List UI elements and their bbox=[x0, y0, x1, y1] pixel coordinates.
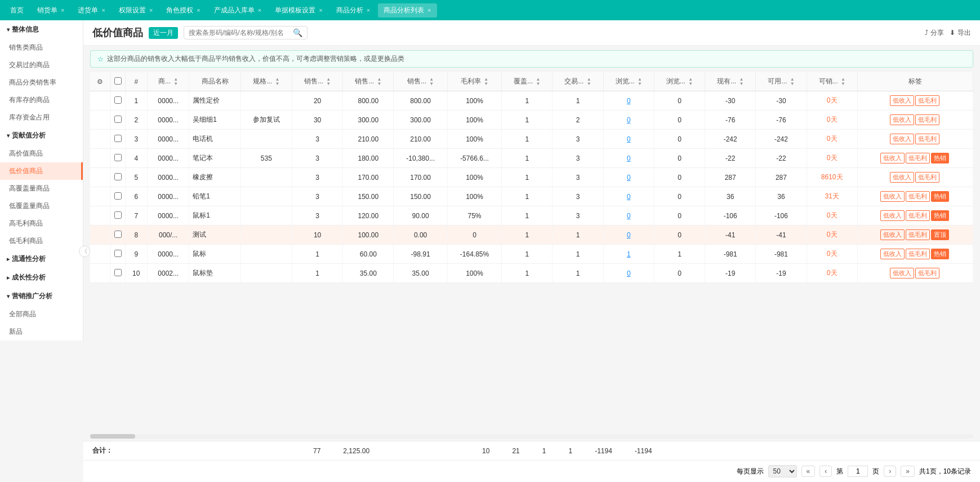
browse1-link[interactable]: 0 bbox=[627, 154, 631, 162]
sidebar-item-stock-capital[interactable]: 库存资金占用 bbox=[0, 109, 83, 126]
nav-production[interactable]: 产成品入库单 × bbox=[208, 3, 267, 17]
nav-close-product-analysis[interactable]: × bbox=[367, 7, 370, 14]
th-checkbox[interactable] bbox=[110, 72, 125, 91]
browse1-link[interactable]: 0 bbox=[627, 116, 631, 124]
row-checkbox[interactable] bbox=[114, 250, 122, 257]
sidebar-section-growth[interactable]: ▸ 成长性分析 bbox=[0, 268, 83, 287]
row-checkbox[interactable] bbox=[114, 173, 122, 180]
search-input[interactable] bbox=[189, 29, 291, 37]
row-checkbox[interactable] bbox=[114, 231, 122, 238]
row-checkbox[interactable] bbox=[114, 192, 122, 200]
date-badge[interactable]: 近一月 bbox=[149, 27, 178, 39]
th-browse1[interactable]: 浏览... ▲▼ bbox=[603, 72, 654, 91]
sidebar-item-low-margin[interactable]: 低毛利商品 bbox=[0, 232, 83, 250]
th-browse2[interactable]: 浏览... ▲▼ bbox=[654, 72, 705, 91]
th-qty[interactable]: 销售... ▲▼ bbox=[292, 72, 342, 91]
nav-product-analysis-list[interactable]: 商品分析列表 × bbox=[378, 3, 436, 17]
nav-close-product-analysis-list[interactable]: × bbox=[427, 7, 431, 14]
th-stock[interactable]: 现有... ▲▼ bbox=[705, 72, 756, 91]
browse1-link[interactable]: 0 bbox=[627, 193, 631, 201]
search-box[interactable]: 🔍 bbox=[184, 26, 308, 39]
row-checkbox[interactable] bbox=[114, 269, 122, 276]
cell-browse1[interactable]: 0 bbox=[603, 206, 654, 225]
sidebar-item-high-coverage[interactable]: 高覆盖量商品 bbox=[0, 180, 83, 197]
cell-browse1[interactable]: 0 bbox=[603, 187, 654, 206]
nav-permissions[interactable]: 权限设置 × bbox=[113, 3, 158, 17]
th-spec[interactable]: 规格... ▲▼ bbox=[240, 72, 292, 91]
th-avail[interactable]: 可用... ▲▼ bbox=[756, 72, 807, 91]
nav-home[interactable]: 首页 bbox=[5, 3, 29, 17]
browse1-link[interactable]: 0 bbox=[627, 97, 631, 105]
cell-checkbox[interactable] bbox=[110, 149, 125, 168]
cell-browse1[interactable]: 0 bbox=[603, 110, 654, 130]
cell-checkbox[interactable] bbox=[110, 91, 125, 110]
row-checkbox[interactable] bbox=[114, 135, 122, 142]
sidebar-section-liquidity[interactable]: ▸ 流通性分析 bbox=[0, 250, 83, 268]
th-sales2[interactable]: 销售... ▲▼ bbox=[394, 72, 447, 91]
cell-checkbox[interactable] bbox=[110, 130, 125, 149]
sidebar-item-low-coverage[interactable]: 低覆盖量商品 bbox=[0, 197, 83, 215]
sidebar-item-sales-products[interactable]: 销售类商品 bbox=[0, 39, 83, 56]
first-page-button[interactable]: « bbox=[801, 466, 816, 477]
cell-checkbox[interactable] bbox=[110, 110, 125, 130]
cell-browse1[interactable]: 0 bbox=[603, 168, 654, 187]
nav-roles[interactable]: 角色授权 × bbox=[161, 3, 206, 17]
select-all-checkbox[interactable] bbox=[114, 77, 122, 85]
sidebar-item-stock-products[interactable]: 有库存的商品 bbox=[0, 91, 83, 109]
page-size-select[interactable]: 50 100 200 bbox=[768, 465, 797, 477]
sidebar-item-traded-products[interactable]: 交易过的商品 bbox=[0, 56, 83, 74]
th-settings[interactable]: ⚙ bbox=[90, 72, 110, 91]
th-margin[interactable]: 毛利率 ▲▼ bbox=[447, 72, 501, 91]
cell-browse1[interactable]: 1 bbox=[603, 245, 654, 264]
th-code[interactable]: 商... ▲▼ bbox=[147, 72, 189, 91]
cell-checkbox[interactable] bbox=[110, 168, 125, 187]
browse1-link[interactable]: 0 bbox=[627, 231, 631, 239]
sidebar-item-new-products[interactable]: 新品 bbox=[0, 323, 83, 341]
export-button[interactable]: ⬇ 导出 bbox=[950, 28, 971, 38]
browse1-link[interactable]: 0 bbox=[627, 135, 631, 143]
row-checkbox[interactable] bbox=[114, 211, 122, 219]
cell-browse1[interactable]: 0 bbox=[603, 91, 654, 110]
last-page-button[interactable]: » bbox=[901, 466, 915, 477]
nav-close-permissions[interactable]: × bbox=[149, 7, 153, 14]
share-button[interactable]: ⤴ 分享 bbox=[925, 28, 944, 38]
cell-browse1[interactable]: 0 bbox=[603, 130, 654, 149]
scrollbar-thumb[interactable] bbox=[90, 434, 135, 439]
browse1-link[interactable]: 0 bbox=[627, 269, 631, 277]
cell-browse1[interactable]: 0 bbox=[603, 149, 654, 168]
nav-template[interactable]: 单据模板设置 × bbox=[269, 3, 328, 17]
page-number-input[interactable] bbox=[848, 466, 868, 477]
row-checkbox[interactable] bbox=[114, 96, 122, 104]
sidebar-item-high-margin[interactable]: 高毛利商品 bbox=[0, 215, 83, 232]
nav-close-purchase[interactable]: × bbox=[101, 7, 105, 14]
row-checkbox[interactable] bbox=[114, 154, 122, 161]
row-checkbox[interactable] bbox=[114, 116, 122, 123]
th-cover[interactable]: 覆盖... ▲▼ bbox=[502, 72, 553, 91]
cell-browse1[interactable]: 0 bbox=[603, 264, 654, 283]
prev-page-button[interactable]: ‹ bbox=[819, 466, 832, 477]
sidebar-section-marketing[interactable]: ▾ 营销推广分析 bbox=[0, 287, 83, 306]
th-trade[interactable]: 交易... ▲▼ bbox=[553, 72, 603, 91]
next-page-button[interactable]: › bbox=[884, 466, 896, 477]
cell-browse1[interactable]: 0 bbox=[603, 225, 654, 245]
browse1-link[interactable]: 0 bbox=[627, 174, 631, 182]
horizontal-scrollbar[interactable] bbox=[90, 434, 973, 439]
th-saleable[interactable]: 可销... ▲▼ bbox=[807, 72, 857, 91]
cell-checkbox[interactable] bbox=[110, 187, 125, 206]
browse1-link[interactable]: 0 bbox=[627, 212, 631, 220]
nav-sales[interactable]: 销货单 × bbox=[32, 3, 70, 17]
cell-checkbox[interactable] bbox=[110, 264, 125, 283]
sidebar-section-contribution[interactable]: ▾ 贡献值分析 bbox=[0, 126, 83, 145]
sidebar-collapse-button[interactable]: 《 bbox=[79, 246, 90, 257]
nav-purchase[interactable]: 进货单 × bbox=[72, 3, 110, 17]
nav-product-analysis[interactable]: 商品分析 × bbox=[331, 3, 376, 17]
cell-checkbox[interactable] bbox=[110, 225, 125, 245]
cell-checkbox[interactable] bbox=[110, 206, 125, 225]
sidebar-item-category-sales-rate[interactable]: 商品分类销售率 bbox=[0, 74, 83, 91]
sidebar-section-overall[interactable]: ▾ 整体信息 bbox=[0, 20, 83, 39]
sidebar-item-low-value[interactable]: 低价值商品 bbox=[0, 162, 83, 180]
nav-close-template[interactable]: × bbox=[319, 7, 322, 14]
cell-checkbox[interactable] bbox=[110, 245, 125, 264]
browse1-link[interactable]: 1 bbox=[627, 250, 631, 258]
th-sales1[interactable]: 销售... ▲▼ bbox=[343, 72, 394, 91]
